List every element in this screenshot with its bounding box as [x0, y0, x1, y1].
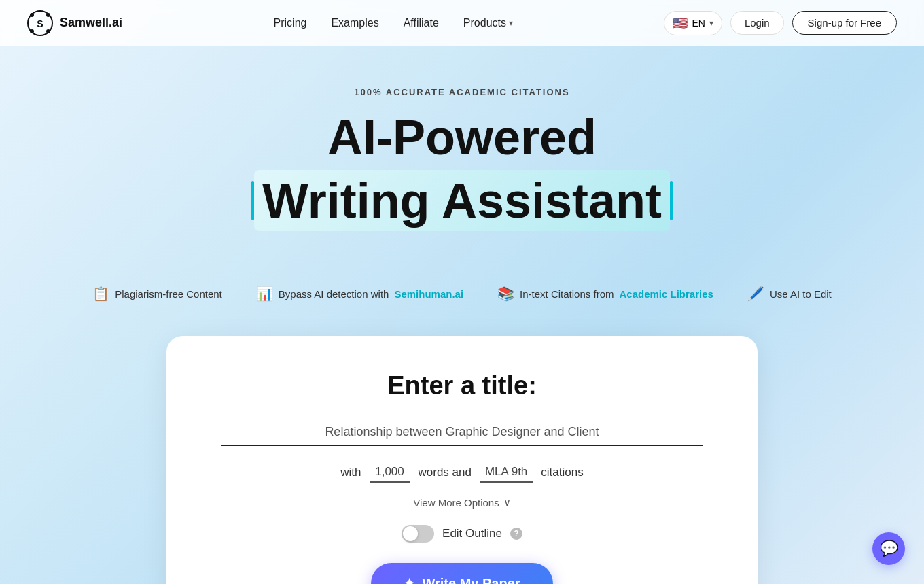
feature-edit-text: Use AI to Edit: [770, 288, 832, 300]
cursor-right-icon: [670, 181, 673, 220]
chat-icon: 💬: [880, 540, 898, 557]
card-wrapper: Enter a title: with 1,000 words and MLA …: [0, 336, 924, 584]
hero-title-line2-wrapper: Writing Assistant: [251, 170, 673, 231]
plagiarism-icon: 📋: [92, 286, 109, 302]
hero-title-line2: Writing Assistant: [254, 170, 670, 231]
feature-citations-text: In-text Citations from: [520, 288, 614, 300]
hero-title-line1: AI-Powered: [27, 111, 897, 165]
title-input[interactable]: [221, 419, 703, 446]
view-more-chevron-icon: ∨: [503, 496, 511, 509]
nav-pricing[interactable]: Pricing: [274, 17, 307, 29]
edit-outline-row: Edit Outline ?: [221, 525, 703, 543]
words-and-label: words and: [419, 466, 472, 479]
write-btn-row: ✦ Write My Paper: [221, 563, 703, 584]
svg-point-4: [30, 29, 34, 33]
feature-bypass: 📊 Bypass AI detection with Semihuman.ai: [256, 286, 463, 302]
nav-links: Pricing Examples Affiliate Products ▾: [274, 17, 513, 29]
logo-link[interactable]: S Samwell.ai: [27, 10, 122, 36]
toggle-knob: [403, 526, 418, 541]
edit-outline-toggle[interactable]: [402, 525, 434, 543]
write-paper-button[interactable]: ✦ Write My Paper: [371, 563, 552, 584]
feature-edit: 🖊️ Use AI to Edit: [747, 286, 832, 302]
feature-plagiarism-text: Plagiarism-free Content: [115, 288, 222, 300]
feature-plagiarism: 📋 Plagiarism-free Content: [92, 286, 222, 302]
login-button[interactable]: Login: [730, 11, 784, 35]
logo-icon: S: [27, 10, 53, 36]
hero-tagline: 100% ACCURATE ACADEMIC CITATIONS: [27, 87, 897, 97]
lang-chevron-icon: ▾: [709, 18, 713, 28]
logo-text: Samwell.ai: [60, 16, 122, 30]
options-row: with 1,000 words and MLA 9th citations: [221, 462, 703, 483]
citations-label: citations: [541, 466, 583, 479]
card-title: Enter a title:: [221, 371, 703, 400]
signup-button[interactable]: Sign-up for Free: [792, 11, 897, 35]
svg-point-5: [46, 29, 50, 33]
academic-libraries-link[interactable]: Academic Libraries: [619, 288, 713, 300]
view-more-row: View More Options ∨: [221, 496, 703, 509]
svg-point-3: [46, 13, 50, 17]
chat-widget[interactable]: 💬: [872, 532, 905, 565]
navbar: S Samwell.ai Pricing Examples Affiliate …: [0, 0, 924, 46]
bypass-icon: 📊: [256, 286, 273, 302]
citation-style-selector[interactable]: MLA 9th: [480, 462, 533, 483]
svg-text:S: S: [37, 18, 43, 29]
word-count-selector[interactable]: 1,000: [370, 462, 410, 483]
citations-icon: 📚: [497, 286, 514, 302]
with-label: with: [340, 466, 361, 479]
nav-affiliate[interactable]: Affiliate: [404, 17, 439, 29]
hero-section: 100% ACCURATE ACADEMIC CITATIONS AI-Powe…: [0, 46, 924, 272]
semihuman-link[interactable]: Semihuman.ai: [394, 288, 463, 300]
nav-products[interactable]: Products ▾: [463, 17, 513, 29]
edit-icon: 🖊️: [747, 286, 764, 302]
flag-icon: 🇺🇸: [673, 16, 688, 31]
sparkle-icon: ✦: [404, 575, 415, 584]
feature-bypass-text: Bypass AI detection with: [279, 288, 389, 300]
main-card: Enter a title: with 1,000 words and MLA …: [166, 336, 758, 584]
help-icon[interactable]: ?: [510, 528, 522, 540]
feature-bar: 📋 Plagiarism-free Content 📊 Bypass AI de…: [0, 272, 924, 315]
language-selector[interactable]: 🇺🇸 EN ▾: [664, 11, 722, 35]
edit-outline-label: Edit Outline: [442, 527, 502, 540]
view-more-button[interactable]: View More Options ∨: [413, 496, 510, 509]
svg-point-2: [30, 13, 34, 17]
nav-examples[interactable]: Examples: [331, 17, 378, 29]
feature-citations: 📚 In-text Citations from Academic Librar…: [497, 286, 713, 302]
products-chevron-icon: ▾: [509, 18, 513, 28]
nav-right: 🇺🇸 EN ▾ Login Sign-up for Free: [664, 11, 897, 35]
